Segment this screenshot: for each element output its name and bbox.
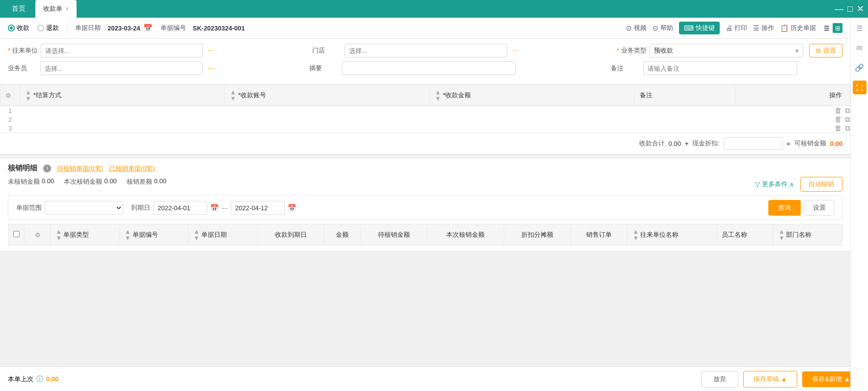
more-conditions-btn[interactable]: ▽ 更多条件 ∧ [755,180,794,189]
range-select[interactable] [45,201,123,215]
search-filters: 单据范围 到期日 📅 — 📅 查询 设置 [8,196,842,220]
col-current-amount: 本次核销金额 [427,224,504,246]
salesperson-more-btn[interactable]: ··· [208,64,214,73]
business-type-arrow-icon: ▾ [795,47,799,55]
due-date-to[interactable] [231,201,285,215]
shop-input[interactable] [345,44,507,57]
salesperson-input[interactable] [40,61,203,75]
tab-close-icon[interactable]: × [65,5,69,12]
row-1-settlement[interactable] [20,106,225,115]
row-3-actions: 🗑 ⧉ [736,124,850,133]
sidebar-link-icon[interactable]: 🔗 [853,61,867,75]
layout-list-icon[interactable]: ☰ [822,23,832,33]
business-type-select[interactable]: 预收款 ▾ [650,44,803,57]
sidebar-screen-icon[interactable]: ⛶ [853,81,867,94]
tab-bar-controls: — □ ✕ [835,3,864,14]
col-checkbox-header[interactable] [8,224,25,246]
abandon-btn[interactable]: 放弃 [701,371,738,388]
gear-icon: ⚙ [815,47,821,55]
operation-btn[interactable]: ☰ 操作 [753,24,774,32]
tab-bar: 首页 收款单 × — □ ✕ [0,0,868,18]
filter-icon: ▽ [755,181,760,188]
sidebar-email-icon[interactable]: ✉ [853,41,867,55]
save-draft-arrow-icon: ▲ [781,375,787,383]
col-pending-amount: 待核销金额 [360,224,427,246]
row-2-actions: 🗑 ⧉ [736,115,850,124]
shortcut-btn[interactable]: ⌨ 快捷键 [679,22,720,34]
col-settings-header[interactable]: ⚙ [0,85,20,106]
row-3-settlement[interactable] [20,124,225,133]
print-icon: 🖨 [726,24,732,32]
row-2-copy-icon[interactable]: ⧉ [845,115,850,124]
minimize-icon[interactable]: — [835,4,843,14]
filter-settings-btn[interactable]: 设置 [805,200,834,216]
row-1-amount[interactable] [430,106,634,115]
shop-more-btn[interactable]: ··· [512,46,518,55]
remark-input[interactable] [643,61,797,75]
due-date-from-cal-icon[interactable]: 📅 [210,204,218,212]
table-row: 2 🗑 ⧉ [0,115,850,124]
table-gear-icon[interactable]: ⚙ [5,92,11,99]
right-sidebar: ☰ ✉ 🔗 ⛶ [850,18,868,391]
query-btn[interactable]: 查询 [768,200,801,216]
discount-input[interactable] [724,137,783,150]
row-1-remark[interactable] [634,106,736,115]
row-3-copy-icon[interactable]: ⧉ [845,124,850,133]
select-all-checkbox[interactable] [13,231,20,237]
sidebar-table-icon[interactable]: ☰ [853,22,867,35]
due-date-from[interactable] [153,201,207,215]
bottom-gear-icon[interactable]: ⚙ [35,231,41,239]
row-3-amount[interactable] [430,124,634,133]
close-icon[interactable]: ✕ [857,3,864,14]
bottom-table: ⚙ ▲▼ 单据类型 ▲▼ 单据编号 [8,224,842,246]
maximize-icon[interactable]: □ [847,4,853,14]
row-2-delete-icon[interactable]: 🗑 [835,115,842,124]
verify-section: 核销明细 i 待核销单据(0笔) 已核销单据(0笔) 未核销金额 0.00 本次… [0,159,850,251]
row-3-account[interactable] [225,124,430,133]
history-btn[interactable]: 📋 历史单据 [780,24,816,32]
calendar-icon[interactable]: 📅 [143,24,153,32]
row-num-2: 2 [0,115,20,124]
counterparty-label: 往来单位 [8,46,38,55]
order-icon[interactable]: ⓘ [36,375,43,384]
help-btn[interactable]: ⊙ 帮助 [652,24,673,32]
video-btn[interactable]: ⊙ 视频 [626,24,647,32]
layout-grid-icon[interactable]: ⊞ [833,23,842,33]
col-gear-bottom[interactable]: ⚙ [25,224,51,246]
save-new-arrow-icon: ▲ [844,375,850,383]
summary-field: 摘要 [309,61,515,75]
row-2-account[interactable] [225,115,430,124]
refund-radio[interactable]: 退款 [37,24,59,32]
row-1-copy-icon[interactable]: ⧉ [845,106,850,115]
shop-field: 门店 ··· [312,44,518,57]
pending-tab[interactable]: 待核销单据(0笔) [57,164,103,173]
print-btn[interactable]: 🖨 打印 [726,24,747,32]
tab-home[interactable]: 首页 [4,0,33,18]
current-verify-stat: 本次核销金额 0.00 [64,177,116,186]
row-3-delete-icon[interactable]: 🗑 [835,124,842,133]
save-draft-btn[interactable]: 保存草稿 ▲ [743,371,798,388]
done-tab[interactable]: 已核销单据(0笔) [109,164,155,173]
due-date-filter: 到期日 📅 — 📅 [131,201,296,215]
counterparty-more-btn[interactable]: ··· [208,46,214,55]
history-icon: 📋 [780,24,788,32]
row-3-remark[interactable] [634,124,736,133]
tab-receipt[interactable]: 收款单 × [35,0,77,18]
settings-btn[interactable]: ⚙ 设置 [809,44,842,57]
row-1-account[interactable] [225,106,430,115]
row-2-settlement[interactable] [20,115,225,124]
auto-verify-btn[interactable]: 自动核销 [800,177,842,192]
col-sales-order: 销售订单 [571,224,627,246]
col-settlement-header: ▲▼ *结算方式 [20,85,225,106]
toolbar: 收款 退款 单据日期 2023-03-24 📅 单据编号 SK-20230324… [0,18,850,39]
row-2-amount[interactable] [430,115,634,124]
summary-input[interactable] [342,61,515,75]
verify-title: 核销明细 i 待核销单据(0笔) 已核销单据(0笔) [8,164,842,173]
remark-label: 备注 [611,64,640,73]
receipt-radio[interactable]: 收款 [8,24,29,32]
row-2-remark[interactable] [634,115,736,124]
row-1-delete-icon[interactable]: 🗑 [835,106,842,115]
counterparty-input[interactable] [41,44,203,57]
verify-info-icon[interactable]: i [43,165,51,172]
due-date-to-cal-icon[interactable]: 📅 [288,204,296,212]
